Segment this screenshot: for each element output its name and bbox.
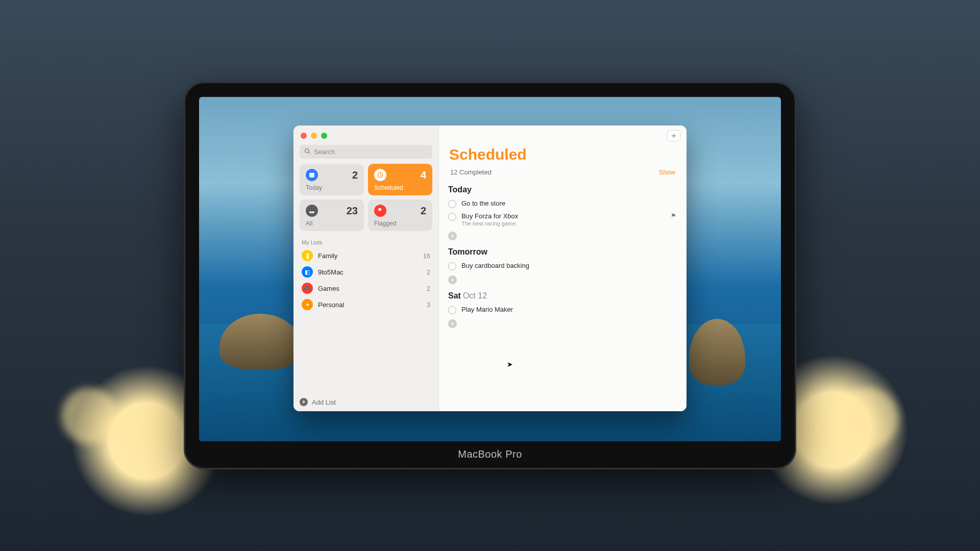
list-item-9to5mac[interactable]: ◧ 9to5Mac 2	[298, 264, 434, 280]
search-icon	[304, 148, 310, 156]
reminder-title: Go to the store	[461, 199, 505, 207]
smart-label: Today	[306, 184, 358, 191]
list-icon: ❚	[302, 250, 313, 261]
list-name: Personal	[318, 301, 344, 309]
sidebar: 2 Today 4 Scheduled	[293, 126, 439, 411]
mouse-cursor-icon: ➤	[507, 360, 513, 368]
list-item-family[interactable]: ❚ Family 16	[298, 247, 434, 264]
reminder-item[interactable]: Buy cardboard backing	[448, 260, 677, 272]
add-reminder-inline[interactable]: +	[448, 232, 457, 240]
smart-label: All	[306, 220, 358, 227]
list-item-personal[interactable]: ✦ Personal 3	[298, 296, 434, 313]
smart-count: 23	[347, 205, 358, 217]
laptop-bezel: 2 Today 4 Scheduled	[184, 82, 796, 469]
svg-point-0	[305, 149, 309, 153]
reminder-item[interactable]: Buy Forza for Xbox The best racing game.…	[448, 210, 677, 229]
reminders-window: 2 Today 4 Scheduled	[293, 126, 687, 411]
sections: Today Go to the store Buy Forza for Xbox…	[439, 182, 687, 345]
add-reminder-inline[interactable]: +	[448, 319, 457, 328]
add-list-label: Add List	[312, 398, 336, 406]
reminder-note: The best racing game.	[461, 220, 518, 227]
svg-rect-3	[309, 173, 314, 174]
smart-list-today[interactable]: 2 Today	[300, 164, 364, 195]
plus-icon: +	[300, 398, 308, 406]
completed-row: 12 Completed Show	[439, 166, 687, 182]
show-completed-link[interactable]: Show	[658, 168, 675, 176]
list-count: 3	[427, 301, 430, 309]
complete-toggle[interactable]	[448, 262, 456, 270]
list-count: 2	[427, 285, 430, 292]
section-heading-today: Today	[448, 185, 677, 194]
reminder-item[interactable]: Go to the store	[448, 197, 677, 210]
smart-label: Flagged	[374, 220, 426, 227]
smart-list-all[interactable]: 23 All	[300, 199, 364, 231]
list-icon: ✦	[302, 299, 313, 310]
main-panel: ＋ Scheduled 12 Completed Show Today	[439, 126, 687, 411]
list-count: 16	[423, 252, 430, 260]
reminder-title: Buy cardboard backing	[461, 262, 529, 269]
smart-count: 2	[352, 169, 358, 181]
tray-icon	[306, 205, 318, 217]
smart-count: 2	[421, 205, 426, 217]
complete-toggle[interactable]	[448, 200, 456, 208]
smart-list-scheduled[interactable]: 4 Scheduled	[368, 164, 432, 195]
smart-lists-grid: 2 Today 4 Scheduled	[293, 164, 438, 236]
page-title: Scheduled	[439, 146, 687, 166]
main-toolbar: ＋	[439, 126, 687, 146]
list-icon: ◧	[302, 266, 313, 278]
reminder-title: Play Mario Maker	[461, 306, 513, 313]
window-traffic-lights	[293, 126, 438, 144]
window-zoom-button[interactable]	[321, 133, 327, 139]
svg-line-1	[308, 152, 310, 154]
laptop-brand-text: MacBook Pro	[184, 448, 796, 460]
list-name: 9to5Mac	[318, 268, 344, 276]
add-list-button[interactable]: + Add List	[293, 393, 438, 411]
my-lists: ❚ Family 16 ◧ 9to5Mac 2 🎮 Games 2	[293, 247, 438, 313]
my-lists-header: My Lists	[293, 236, 438, 247]
flag-icon	[374, 205, 386, 217]
section-heading-sat: SatOct 12	[448, 291, 677, 300]
list-count: 2	[427, 268, 430, 276]
complete-toggle[interactable]	[448, 306, 456, 314]
smart-label: Scheduled	[374, 184, 426, 191]
list-name: Family	[318, 252, 337, 260]
laptop-screen: 2 Today 4 Scheduled	[199, 97, 781, 441]
list-item-games[interactable]: 🎮 Games 2	[298, 280, 434, 296]
window-minimize-button[interactable]	[311, 133, 317, 139]
reminder-title: Buy Forza for Xbox	[461, 212, 518, 220]
add-reminder-inline[interactable]: +	[448, 276, 457, 284]
window-close-button[interactable]	[301, 133, 307, 139]
list-icon: 🎮	[302, 283, 313, 294]
clock-icon	[374, 169, 386, 181]
search-field-wrap	[300, 145, 432, 159]
calendar-icon	[306, 169, 318, 181]
new-reminder-button[interactable]: ＋	[667, 130, 680, 141]
smart-list-flagged[interactable]: 2 Flagged	[368, 199, 432, 231]
search-input[interactable]	[300, 145, 432, 159]
complete-toggle[interactable]	[448, 213, 456, 221]
reminder-item[interactable]: Play Mario Maker	[448, 304, 677, 316]
laptop-device: 2 Today 4 Scheduled	[184, 82, 796, 469]
list-name: Games	[318, 285, 339, 292]
section-heading-tomorrow: Tomorrow	[448, 247, 677, 257]
smart-count: 4	[421, 169, 426, 181]
completed-count-text: 12 Completed	[450, 168, 492, 176]
flag-icon: ⚑	[671, 212, 676, 219]
